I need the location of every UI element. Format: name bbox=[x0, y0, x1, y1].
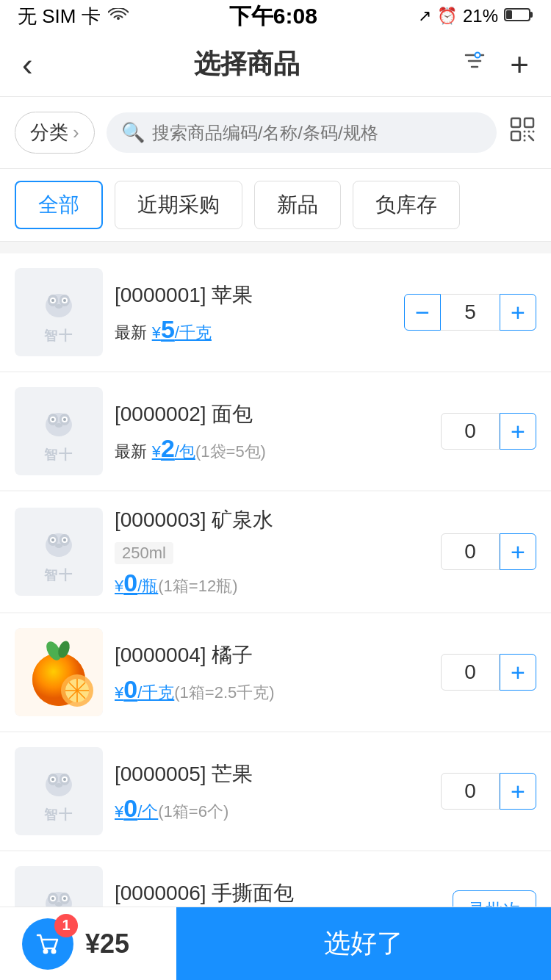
confirm-button[interactable]: 选好了 bbox=[176, 907, 551, 981]
svg-point-31 bbox=[55, 423, 62, 428]
price-value: 0 bbox=[123, 794, 137, 822]
search-input-wrap[interactable]: 🔍 bbox=[107, 112, 497, 153]
qty-input[interactable] bbox=[441, 654, 500, 691]
price-currency: ¥ bbox=[152, 442, 161, 461]
product-list: 智十 [0000001] 苹果 最新 ¥5/千克 − + bbox=[0, 253, 551, 980]
qty-plus-button[interactable]: + bbox=[500, 294, 536, 331]
price-currency: ¥ bbox=[115, 802, 123, 821]
status-bar: 无 SIM 卡 下午6:08 ↗ ⏰ 21% bbox=[0, 0, 551, 32]
product-name: [0000005] 芒果 bbox=[115, 760, 429, 788]
price-unit: /瓶 bbox=[137, 577, 158, 595]
svg-point-29 bbox=[51, 418, 54, 421]
price-value: 5 bbox=[161, 315, 175, 343]
product-item: 智十 [0000001] 苹果 最新 ¥5/千克 − + bbox=[0, 253, 551, 371]
svg-rect-1 bbox=[530, 12, 533, 18]
qty-input[interactable] bbox=[441, 533, 500, 570]
svg-point-39 bbox=[55, 544, 62, 548]
product-name: [0000003] 矿泉水 bbox=[115, 506, 429, 534]
qty-control: + bbox=[441, 773, 536, 810]
qty-input[interactable] bbox=[441, 413, 500, 450]
qty-control: + bbox=[441, 533, 536, 570]
divider bbox=[0, 242, 551, 253]
price-prefix: 最新 bbox=[115, 442, 147, 461]
filter-icon[interactable] bbox=[461, 48, 488, 81]
svg-point-64 bbox=[63, 897, 66, 900]
svg-point-37 bbox=[51, 538, 54, 541]
cart-total: ¥25 bbox=[85, 929, 129, 959]
tab-bar: 全部 近期采购 新品 负库存 bbox=[0, 169, 551, 242]
product-info: [0000002] 面包 最新 ¥2/包(1袋=5包) bbox=[115, 400, 429, 463]
status-time: 下午6:08 bbox=[229, 1, 317, 32]
price-pack: (1箱=12瓶) bbox=[158, 577, 237, 595]
product-info: [0000005] 芒果 ¥0/个(1箱=6个) bbox=[115, 760, 429, 823]
tab-all[interactable]: 全部 bbox=[15, 181, 103, 229]
product-item: 智十 [0000003] 矿泉水 250ml ¥0/瓶(1箱=12瓶) + bbox=[0, 491, 551, 612]
back-button[interactable]: ‹ bbox=[22, 46, 33, 83]
scan-icon[interactable] bbox=[508, 115, 536, 150]
svg-point-21 bbox=[51, 299, 54, 302]
tab-new[interactable]: 新品 bbox=[254, 181, 341, 229]
product-image: 智十 bbox=[15, 508, 103, 596]
qty-plus-button[interactable]: + bbox=[500, 413, 536, 450]
page-title: 选择商品 bbox=[194, 46, 300, 82]
tab-recent[interactable]: 近期采购 bbox=[115, 181, 242, 229]
product-name: [0000001] 苹果 bbox=[115, 281, 392, 309]
qty-plus-button[interactable]: + bbox=[500, 773, 536, 810]
cart-icon-wrap[interactable]: 1 bbox=[22, 918, 73, 970]
product-image: 智十 bbox=[15, 387, 103, 475]
qty-plus-button[interactable]: + bbox=[500, 654, 536, 691]
search-icon: 🔍 bbox=[121, 121, 145, 144]
bottom-bar: 1 ¥25 选好了 bbox=[0, 907, 551, 980]
svg-point-38 bbox=[63, 538, 66, 541]
product-image: 智十 bbox=[15, 268, 103, 356]
no-sim-text: 无 SIM 卡 bbox=[18, 4, 101, 29]
cart-badge: 1 bbox=[54, 914, 78, 937]
svg-point-57 bbox=[55, 783, 62, 788]
svg-point-56 bbox=[63, 778, 66, 781]
qty-input[interactable] bbox=[441, 294, 500, 331]
qty-plus-button[interactable]: + bbox=[500, 533, 536, 570]
qty-input[interactable] bbox=[441, 773, 500, 810]
product-info: [0000003] 矿泉水 250ml ¥0/瓶(1箱=12瓶) bbox=[115, 506, 429, 597]
wifi-icon bbox=[108, 5, 129, 28]
qty-minus-button[interactable]: − bbox=[404, 294, 441, 331]
chevron-right-icon: › bbox=[73, 121, 79, 144]
price-unit: /包 bbox=[175, 442, 195, 461]
price-value: 0 bbox=[123, 569, 137, 597]
tab-negative[interactable]: 负库存 bbox=[353, 181, 460, 229]
battery-icon bbox=[504, 6, 533, 26]
alarm-icon: ⏰ bbox=[437, 7, 457, 26]
price-currency: ¥ bbox=[115, 577, 123, 595]
svg-point-23 bbox=[55, 304, 62, 309]
status-right: ↗ ⏰ 21% bbox=[418, 6, 533, 26]
cart-area: 1 ¥25 bbox=[0, 918, 176, 970]
svg-point-6 bbox=[475, 53, 480, 58]
qty-control: + bbox=[441, 413, 536, 450]
add-icon[interactable]: + bbox=[510, 48, 529, 81]
product-item: 智十 [0000005] 芒果 ¥0/个(1箱=6个) + bbox=[0, 732, 551, 850]
svg-rect-9 bbox=[511, 131, 520, 140]
nav-actions: + bbox=[461, 48, 529, 81]
price-currency: ¥ bbox=[115, 683, 123, 702]
product-info: [0000001] 苹果 最新 ¥5/千克 bbox=[115, 281, 392, 344]
location-icon: ↗ bbox=[418, 7, 431, 26]
product-spec: 250ml bbox=[115, 542, 173, 564]
price-unit: /千克 bbox=[175, 323, 212, 342]
search-input[interactable] bbox=[152, 123, 482, 143]
product-price: 最新 ¥2/包(1袋=5包) bbox=[115, 434, 429, 463]
svg-point-30 bbox=[63, 418, 66, 421]
product-name: [0000006] 手撕面包 bbox=[115, 879, 441, 907]
product-price: ¥0/个(1箱=6个) bbox=[115, 794, 429, 823]
product-name: [0000002] 面包 bbox=[115, 400, 429, 428]
product-info: [0000004] 橘子 ¥0/千克(1箱=2.5千克) bbox=[115, 641, 429, 704]
product-price: ¥0/瓶(1箱=12瓶) bbox=[115, 569, 429, 597]
svg-point-74 bbox=[44, 949, 48, 953]
category-button[interactable]: 分类 › bbox=[15, 112, 95, 154]
price-currency: ¥ bbox=[152, 323, 161, 342]
product-price: ¥0/千克(1箱=2.5千克) bbox=[115, 675, 429, 704]
category-label: 分类 bbox=[30, 120, 68, 145]
svg-rect-2 bbox=[506, 10, 512, 19]
qty-control: + bbox=[441, 654, 536, 691]
svg-rect-7 bbox=[511, 118, 520, 127]
price-value: 0 bbox=[123, 675, 137, 703]
